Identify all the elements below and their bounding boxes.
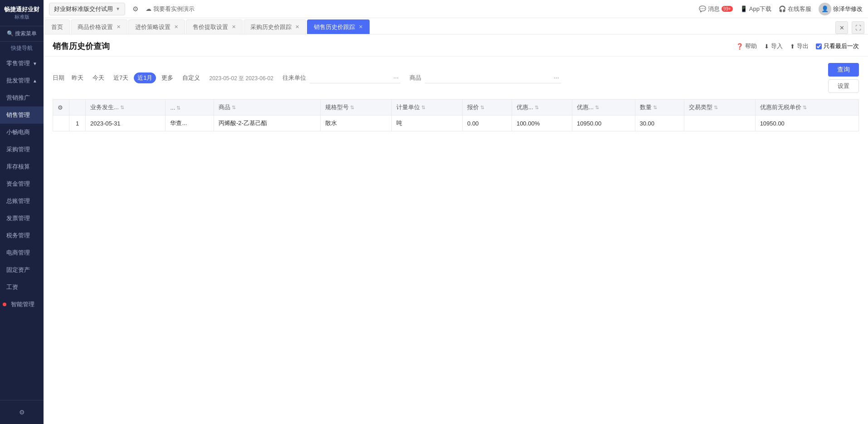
tab-purchase-strategy[interactable]: 进价策略设置 ✕ bbox=[128, 19, 185, 34]
date-btn-last1m[interactable]: 近1月 bbox=[134, 72, 156, 83]
only-last-wrapper[interactable]: 只看最后一次 bbox=[816, 42, 859, 50]
from-unit-more-btn[interactable]: ··· bbox=[391, 73, 400, 82]
tab-purchase-strategy-close[interactable]: ✕ bbox=[174, 24, 178, 30]
cell-discount2: 10950.00 bbox=[572, 116, 635, 131]
tab-price-settings-label: 商品价格设置 bbox=[78, 23, 113, 31]
cell-pretax-price: 10950.00 bbox=[755, 116, 858, 131]
th-pretax-price[interactable]: 优惠前无税单价⇅ bbox=[755, 100, 858, 116]
only-last-checkbox[interactable] bbox=[816, 43, 822, 49]
topbar-user[interactable]: 👤 徐泽华修改 bbox=[819, 3, 863, 15]
tab-sales-history-label: 销售历史价跟踪 bbox=[314, 23, 355, 31]
tab-sale-extract-label: 售价提取设置 bbox=[193, 23, 228, 31]
product-selector[interactable]: 好业财标准版交付试用 ▼ bbox=[49, 3, 125, 15]
filter-actions: 查询 设置 bbox=[828, 63, 859, 93]
product-input[interactable] bbox=[425, 74, 552, 81]
topbar-settings-icon[interactable]: ⚙ bbox=[131, 3, 140, 15]
message-icon: 💬 bbox=[699, 5, 706, 12]
sidebar-item-sales[interactable]: 销售管理 bbox=[0, 106, 44, 124]
sidebar-item-ledger[interactable]: 总账管理 bbox=[0, 193, 44, 210]
sidebar-item-finance[interactable]: 资金管理 bbox=[0, 175, 44, 193]
avatar: 👤 bbox=[819, 3, 831, 15]
tab-close-button[interactable]: ✕ bbox=[835, 21, 848, 34]
th-discount2[interactable]: 优惠...⇅ bbox=[572, 100, 635, 116]
tab-purchase-history-label: 采购历史价跟踪 bbox=[250, 23, 292, 31]
query-button[interactable]: 查询 bbox=[828, 63, 859, 77]
th-quote[interactable]: 报价⇅ bbox=[463, 100, 512, 116]
tab-purchase-history[interactable]: 采购历史价跟踪 ✕ bbox=[244, 19, 306, 34]
topbar-demo[interactable]: ☁ 我要看实例演示 bbox=[146, 5, 195, 13]
th-discount1[interactable]: 优惠...⇅ bbox=[512, 100, 572, 116]
tabbar-controls: ✕ ⛶ bbox=[835, 21, 868, 34]
sidebar-search[interactable]: 🔍 搜索菜单 bbox=[0, 26, 44, 42]
sidebar-item-ecshop[interactable]: 小畅电商 bbox=[0, 124, 44, 141]
sidebar-item-salary[interactable]: 工资 bbox=[0, 279, 44, 296]
sidebar-item-ecshop-label: 小畅电商 bbox=[6, 128, 30, 136]
topbar-demo-label: 我要看实例演示 bbox=[153, 5, 195, 13]
export-action[interactable]: ⬆ 导出 bbox=[790, 42, 809, 50]
logo-sub: 标准版 bbox=[4, 14, 40, 20]
sidebar-item-inventory[interactable]: 库存核算 bbox=[0, 158, 44, 175]
sidebar-quicknav[interactable]: 快捷导航 bbox=[0, 42, 44, 55]
tab-price-settings-close[interactable]: ✕ bbox=[117, 24, 121, 30]
tab-sale-extract-close[interactable]: ✕ bbox=[232, 24, 236, 30]
demo-cloud-icon: ☁ bbox=[146, 5, 151, 12]
th-qty[interactable]: 数量⇅ bbox=[635, 100, 684, 116]
sidebar-item-marketing[interactable]: 营销推广 bbox=[0, 89, 44, 106]
import-action[interactable]: ⬇ 导入 bbox=[764, 42, 783, 50]
topbar-online-service-label: 在线客服 bbox=[788, 5, 811, 13]
tab-sales-history[interactable]: 销售历史价跟踪 ✕ bbox=[307, 19, 370, 34]
date-btn-more[interactable]: 更多 bbox=[158, 72, 177, 83]
sidebar-item-smart[interactable]: 智能管理 bbox=[0, 296, 44, 313]
table-row[interactable]: 1 2023-05-31 华查... 丙烯酸-2-乙基己酯 散水 吨 0.00 … bbox=[53, 116, 859, 131]
phone-icon: 📱 bbox=[740, 5, 747, 12]
date-btn-yesterday[interactable]: 昨天 bbox=[68, 72, 87, 83]
date-options: 昨天 今天 近7天 近1月 更多 自定义 bbox=[68, 72, 204, 83]
cell-gear bbox=[53, 116, 69, 131]
from-unit-input[interactable] bbox=[310, 74, 391, 81]
tab-purchase-history-close[interactable]: ✕ bbox=[295, 24, 299, 30]
sidebar-logo: 畅捷通好业财 标准版 bbox=[0, 0, 44, 26]
sidebar-item-tax[interactable]: 税务管理 bbox=[0, 227, 44, 244]
page-title: 销售历史价查询 bbox=[53, 41, 110, 52]
topbar-messages[interactable]: 💬 消息 99+ bbox=[699, 5, 733, 13]
table-header-row: ⚙ 业务发生...⇅ ...⇅ 商品⇅ 规格型号⇅ 计量单位⇅ 报价⇅ 优惠..… bbox=[53, 100, 859, 116]
tab-sales-history-close[interactable]: ✕ bbox=[359, 24, 363, 30]
product-more-btn[interactable]: ··· bbox=[552, 73, 561, 82]
date-btn-custom[interactable]: 自定义 bbox=[179, 72, 204, 83]
th-spec[interactable]: 规格型号⇅ bbox=[321, 100, 391, 116]
date-btn-last7[interactable]: 近7天 bbox=[110, 72, 132, 83]
topbar-online-service[interactable]: 🎧 在线客服 bbox=[779, 5, 811, 13]
sidebar-settings-icon[interactable]: ⚙ bbox=[0, 405, 44, 419]
th-index bbox=[69, 100, 86, 116]
export-icon: ⬆ bbox=[790, 43, 795, 50]
tab-sale-extract[interactable]: 售价提取设置 ✕ bbox=[186, 19, 243, 34]
th-more[interactable]: ...⇅ bbox=[166, 100, 214, 116]
sidebar-item-invoice-label: 发票管理 bbox=[6, 214, 30, 222]
product-input-wrapper: ··· bbox=[425, 73, 561, 83]
tab-home[interactable]: 首页 bbox=[44, 19, 70, 34]
tab-price-settings[interactable]: 商品价格设置 ✕ bbox=[71, 19, 127, 34]
sidebar-item-invoice[interactable]: 发票管理 bbox=[0, 210, 44, 227]
th-biz-date[interactable]: 业务发生...⇅ bbox=[86, 100, 166, 116]
sidebar-item-fixed[interactable]: 固定资产 bbox=[0, 261, 44, 279]
th-gear[interactable]: ⚙ bbox=[53, 100, 69, 116]
sidebar-item-retail[interactable]: 零售管理 ▼ bbox=[0, 55, 44, 72]
sidebar-item-ecommerce-label: 电商管理 bbox=[6, 249, 30, 257]
help-action[interactable]: ❓ 帮助 bbox=[736, 42, 757, 50]
date-filter-group: 日期 昨天 今天 近7天 近1月 更多 自定义 2023-05-02 至 202… bbox=[53, 72, 273, 83]
topbar-app-download[interactable]: 📱 App下载 bbox=[740, 5, 771, 13]
settings-button[interactable]: 设置 bbox=[828, 79, 859, 93]
main-area: 好业财标准版交付试用 ▼ ⚙ ☁ 我要看实例演示 💬 消息 99+ 📱 App下… bbox=[44, 0, 868, 424]
th-product[interactable]: 商品⇅ bbox=[214, 100, 320, 116]
sidebar-item-purchase[interactable]: 采购管理 bbox=[0, 141, 44, 158]
th-trade-type[interactable]: 交易类型⇅ bbox=[684, 100, 755, 116]
chevron-down-icon: ▼ bbox=[33, 61, 37, 66]
date-btn-today[interactable]: 今天 bbox=[89, 72, 108, 83]
sidebar-item-ledger-label: 总账管理 bbox=[6, 197, 30, 205]
th-unit[interactable]: 计量单位⇅ bbox=[391, 100, 462, 116]
cell-spec: 散水 bbox=[321, 116, 391, 131]
sidebar-item-wholesale[interactable]: 批发管理 ▲ bbox=[0, 72, 44, 89]
sidebar-item-ecommerce[interactable]: 电商管理 bbox=[0, 244, 44, 261]
cell-more: 华查... bbox=[166, 116, 214, 131]
tab-expand-button[interactable]: ⛶ bbox=[852, 21, 864, 34]
